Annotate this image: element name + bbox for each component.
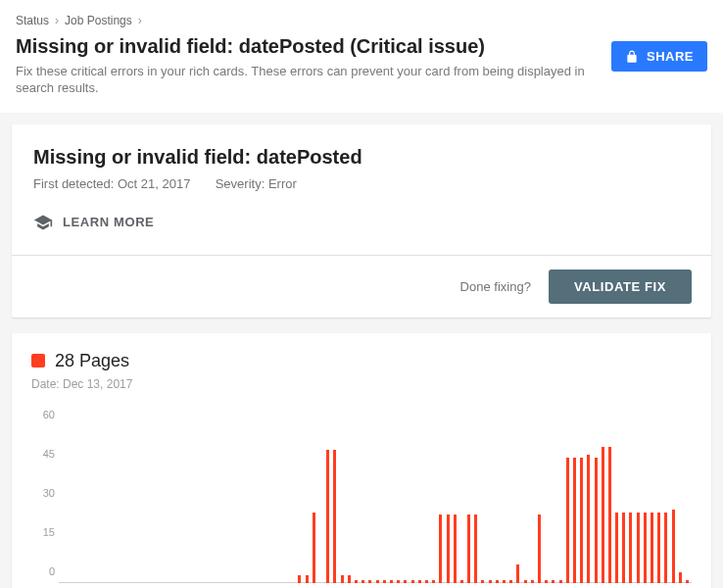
y-tick-label: 0 — [49, 565, 55, 577]
share-button[interactable]: SHARE — [611, 41, 707, 72]
chart-bar — [651, 513, 653, 583]
chart-bar — [524, 580, 527, 583]
chart-bar — [552, 580, 554, 583]
chart-bar — [516, 564, 519, 583]
chart-bar — [368, 580, 371, 583]
chart-bar — [538, 514, 541, 582]
breadcrumb-job-postings[interactable]: Job Postings — [65, 14, 132, 27]
issue-title: Missing or invalid field: datePosted — [33, 146, 690, 169]
chart-bar — [411, 580, 414, 583]
chart-bar — [679, 572, 682, 583]
pages-count-title: 28 Pages — [31, 351, 692, 371]
chart-bar — [637, 513, 640, 583]
chart-bar — [509, 580, 512, 583]
chevron-right-icon: › — [138, 14, 142, 27]
lock-icon — [625, 50, 639, 64]
chart-bar — [474, 514, 477, 582]
chart-bar — [376, 580, 379, 583]
selected-date-label: Date: Dec 13, 2017 — [31, 377, 692, 391]
breadcrumb: Status › Job Postings › — [16, 14, 707, 27]
chart-bar — [313, 513, 315, 583]
first-detected-label: First detected: — [33, 176, 114, 191]
page-header: Status › Job Postings › Missing or inval… — [0, 0, 723, 113]
validate-fix-button[interactable]: VALIDATE FIX — [549, 270, 692, 304]
y-tick-label: 60 — [43, 409, 55, 420]
first-detected-value: Oct 21, 2017 — [118, 176, 190, 191]
chart-bar — [362, 580, 364, 583]
chart-bar — [644, 513, 647, 583]
pages-chart-card: 28 Pages Date: Dec 13, 2017 015304560 Se… — [12, 333, 711, 588]
severity-value: Error — [268, 176, 297, 191]
chart-bar — [418, 580, 421, 583]
chart-bar — [425, 580, 428, 583]
chart-bar — [686, 580, 689, 583]
severity-label: Severity: — [216, 176, 265, 191]
content-area: Missing or invalid field: datePosted Fir… — [0, 113, 723, 588]
chart-bar — [503, 580, 506, 583]
chart-bar — [622, 513, 625, 583]
chart-bar — [298, 575, 301, 583]
chart-bar — [397, 580, 400, 583]
page-title: Missing or invalid field: datePosted (Cr… — [16, 35, 596, 58]
chart-bar — [573, 458, 576, 583]
page-description: Fix these critical errors in your rich c… — [16, 64, 596, 97]
chart-bar — [545, 580, 548, 583]
share-label: SHARE — [647, 49, 694, 64]
learn-more-label: LEARN MORE — [63, 215, 154, 229]
chart-bar — [460, 580, 463, 583]
fix-action-bar: Done fixing? VALIDATE FIX — [12, 255, 711, 318]
y-tick-label: 15 — [43, 526, 55, 538]
y-tick-label: 45 — [43, 448, 55, 460]
chart-bar — [489, 580, 492, 583]
chart-bar — [454, 514, 457, 582]
chart-bar — [566, 458, 569, 583]
breadcrumb-status[interactable]: Status — [16, 14, 49, 27]
chart-bar — [531, 580, 534, 583]
chart-bar — [390, 580, 393, 583]
series-swatch-icon — [31, 354, 45, 368]
chart-bar — [615, 513, 618, 583]
chevron-right-icon: › — [55, 14, 59, 27]
chart-bar — [595, 458, 598, 583]
chart-bar — [341, 575, 344, 583]
chart-bar — [439, 514, 442, 582]
chart-bar — [496, 580, 499, 583]
chart-bar — [559, 580, 562, 583]
issue-meta: First detected: Oct 21, 2017 Severity: E… — [33, 176, 690, 191]
chart: 015304560 — [31, 426, 692, 583]
chart-bar — [587, 455, 590, 583]
chart-bar — [432, 580, 435, 583]
chart-bar — [672, 510, 675, 583]
done-fixing-text: Done fixing? — [460, 279, 531, 294]
chart-bar — [481, 580, 484, 583]
chart-bar — [580, 458, 583, 583]
chart-bar — [629, 513, 632, 583]
chart-bar — [404, 580, 407, 583]
chart-bar — [383, 580, 386, 583]
chart-bar — [306, 575, 309, 583]
chart-y-axis: 015304560 — [31, 426, 59, 583]
chart-bar — [326, 450, 329, 583]
chart-bar — [608, 447, 611, 583]
pages-count-label: 28 Pages — [55, 351, 129, 371]
y-tick-label: 30 — [43, 487, 55, 499]
chart-bar — [664, 513, 667, 583]
issue-detail-card: Missing or invalid field: datePosted Fir… — [12, 124, 711, 318]
chart-bar — [333, 450, 336, 583]
chart-bar — [348, 575, 351, 583]
chart-bar — [447, 514, 450, 582]
learn-more-link[interactable]: LEARN MORE — [33, 213, 154, 232]
chart-plot-area — [59, 426, 692, 583]
chart-bar — [467, 514, 470, 582]
graduation-cap-icon — [33, 213, 53, 232]
chart-bar — [602, 447, 604, 583]
chart-bar — [355, 580, 358, 583]
chart-bar — [657, 513, 660, 583]
